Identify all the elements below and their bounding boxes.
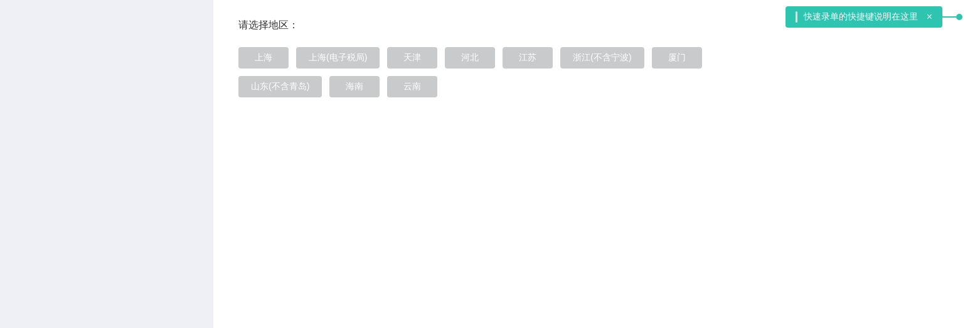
tooltip-close-icon[interactable]: × — [927, 11, 932, 23]
region-button[interactable]: 云南 — [387, 76, 437, 97]
main-content: 请选择地区： 上海上海(电子税局)天津河北江苏浙江(不含宁波)厦门 山东(不含青… — [213, 0, 980, 328]
connector-line — [942, 16, 956, 18]
region-button[interactable]: 浙江(不含宁波) — [560, 47, 644, 68]
region-button[interactable]: 江苏 — [503, 47, 553, 68]
region-button[interactable]: 河北 — [445, 47, 495, 68]
region-buttons-row1: 上海上海(电子税局)天津河北江苏浙江(不含宁波)厦门 — [238, 47, 955, 68]
connector-dot — [956, 14, 962, 20]
region-button[interactable]: 海南 — [329, 76, 380, 97]
region-button[interactable]: 山东(不含青岛) — [238, 76, 322, 97]
tooltip-banner: 快速录单的快捷键说明在这里 × — [786, 6, 942, 28]
tooltip-text: 快速录单的快捷键说明在这里 — [804, 11, 918, 23]
region-button[interactable]: 上海(电子税局) — [296, 47, 380, 68]
left-sidebar — [0, 0, 213, 328]
region-buttons-row2: 山东(不含青岛)海南云南 — [238, 76, 955, 97]
region-button[interactable]: 上海 — [238, 47, 289, 68]
region-button[interactable]: 厦门 — [652, 47, 702, 68]
region-button[interactable]: 天津 — [387, 47, 437, 68]
tooltip-bar — [796, 11, 797, 23]
